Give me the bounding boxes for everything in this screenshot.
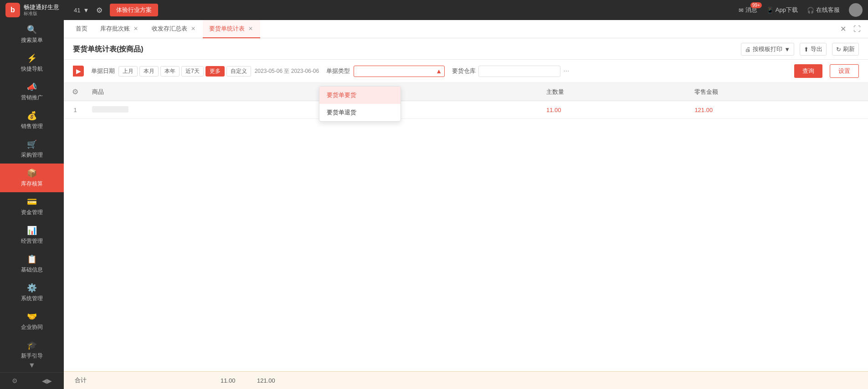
sidebar-item-enterprise[interactable]: 🤝企业协同: [0, 307, 64, 336]
tab-label-receivable: 收发存汇总表: [152, 25, 187, 33]
tab-close-batch[interactable]: ✕: [133, 25, 139, 33]
query-button[interactable]: 查询: [794, 64, 822, 78]
export-btn[interactable]: ⬆ 导出: [800, 43, 827, 56]
sidebar-item-label: 采购管理: [21, 151, 43, 159]
export-label: 导出: [811, 45, 822, 53]
chevron-down-icon: ▼: [83, 7, 89, 14]
app-download-item[interactable]: 📱 App下载: [766, 6, 798, 14]
refresh-btn[interactable]: ↻ 刷新: [832, 43, 859, 56]
warehouse-input[interactable]: [478, 66, 560, 77]
tab-close-requisition[interactable]: ✕: [247, 25, 254, 33]
page-title: 要货单统计表(按商品): [73, 45, 144, 54]
tab-requisition[interactable]: 要货单统计表 ✕: [203, 20, 260, 38]
tab-close-receivable[interactable]: ✕: [190, 25, 196, 33]
type-dropdown-arrow[interactable]: ▲: [436, 67, 442, 75]
sidebar-item-operation[interactable]: 📊经营管理: [0, 221, 64, 250]
sidebar-item-purchase[interactable]: 🛒采购管理: [0, 135, 64, 164]
phone-icon: 📱: [766, 7, 774, 14]
th-quantity: 主数量: [541, 83, 689, 101]
warehouse-more-icon[interactable]: ···: [563, 67, 569, 75]
page-actions: 🖨 按模板打印 ▼ ⬆ 导出 ↻ 刷新: [741, 43, 859, 56]
filter-bar: ▶ 单据日期 上月 本月 本年 近7天 更多 自定义 2023-05-06 至 …: [64, 60, 868, 83]
trial-button[interactable]: 体验行业方案: [110, 4, 158, 16]
footer-amount: 121.00: [252, 377, 288, 384]
gear-icon[interactable]: ⚙: [96, 6, 103, 15]
tab-home[interactable]: 首页: [69, 20, 94, 38]
message-item[interactable]: ✉ 消息 99+: [739, 6, 757, 14]
online-service-label: 在线客服: [816, 6, 840, 14]
message-icon: ✉: [739, 7, 744, 14]
date-filter-group: 单据日期 上月 本月 本年 近7天 更多 自定义 2023-05-06 至 20…: [91, 66, 319, 77]
sidebar-scroll-down[interactable]: ▼: [0, 358, 64, 372]
sidebar-item-label: 资金管理: [21, 209, 43, 216]
cell-product: [87, 101, 331, 119]
type-filter-group: 单据类型 ▲: [326, 66, 445, 77]
store-name: 41: [74, 7, 80, 14]
date-filter-label: 单据日期: [91, 67, 115, 75]
sidebar-item-basic[interactable]: 📋基础信息: [0, 250, 64, 278]
sidebar-item-guide[interactable]: 🎓新手引导: [0, 336, 64, 358]
search-icon: 🔍: [27, 25, 37, 35]
tab-batch[interactable]: 库存批次账 ✕: [94, 20, 145, 38]
sidebar-nav: 🔍搜索菜单⚡快捷导航📣营销推广💰销售管理🛒采购管理📦库存核算💳资金管理📊经营管理…: [0, 20, 64, 358]
user-avatar[interactable]: [849, 3, 863, 17]
inventory-icon: 📦: [27, 168, 37, 178]
basic-icon: 📋: [27, 254, 37, 264]
sidebar-item-search[interactable]: 🔍搜索菜单: [0, 20, 64, 49]
header-right: ✉ 消息 99+ 📱 App下载 🎧 在线客服: [739, 3, 863, 17]
th-settings[interactable]: ⚙: [64, 83, 87, 101]
tab-label-home: 首页: [76, 25, 87, 33]
cell-quantity: 11.00: [541, 101, 689, 119]
th-amount: 零售金额: [689, 83, 868, 101]
guide-icon: 🎓: [27, 340, 37, 350]
refresh-icon: ↻: [836, 46, 841, 53]
data-table: ⚙ 商品 主计量单位 主数量 零售金额 1 块 11.00: [64, 83, 868, 119]
sidebar-item-sales[interactable]: 💰销售管理: [0, 106, 64, 135]
print-btn[interactable]: 🖨 按模板打印 ▼: [741, 43, 794, 56]
expand-btn[interactable]: ⛶: [852, 23, 863, 35]
table-header: ⚙ 商品 主计量单位 主数量 零售金额: [64, 83, 868, 101]
sidebar-item-finance[interactable]: 💳资金管理: [0, 192, 64, 221]
logo-area: b 畅捷通好生意 标准版: [5, 3, 65, 17]
date-btn-more[interactable]: 更多: [205, 66, 225, 77]
marketing-icon: 📣: [27, 82, 37, 92]
sidebar-item-inventory[interactable]: 📦库存核算: [0, 164, 64, 192]
amount-link[interactable]: 121.00: [694, 107, 713, 113]
date-btn-last-7-days[interactable]: 近7天: [181, 66, 204, 77]
th-product: 商品: [87, 83, 331, 101]
app-name-main: 畅捷通好生意: [24, 4, 59, 11]
online-service-item[interactable]: 🎧 在线客服: [807, 6, 840, 14]
collapse-btn[interactable]: ◀▶: [42, 377, 52, 384]
export-icon: ⬆: [804, 46, 809, 53]
type-input[interactable]: [354, 66, 445, 77]
settings-button[interactable]: 设置: [830, 64, 859, 78]
dropdown-item-return[interactable]: 要货单退货: [319, 104, 401, 121]
table-wrap: ⚙ 商品 主计量单位 主数量 零售金额 1 块 11.00: [64, 83, 868, 371]
date-shortcuts: 上月 本月 本年 近7天 更多 自定义: [118, 66, 251, 77]
date-btn-this-year[interactable]: 本年: [160, 66, 180, 77]
footer-quantity: 11.00: [215, 377, 252, 384]
close-all-btn[interactable]: ✕: [838, 23, 848, 35]
date-range-text: 2023-05-06 至 2023-06-06: [255, 67, 319, 75]
top-header: b 畅捷通好生意 标准版 41 ▼ ⚙ 体验行业方案 ✉ 消息 99+ 📱 Ap…: [0, 0, 868, 20]
expand-toggle[interactable]: ▶: [73, 66, 84, 77]
quantity-link[interactable]: 11.00: [546, 107, 561, 113]
date-btn-this-month[interactable]: 本月: [139, 66, 159, 77]
store-selector[interactable]: 41 ▼: [74, 7, 89, 14]
cell-amount: 121.00: [689, 101, 868, 119]
app-download-label: App下载: [776, 6, 798, 14]
sidebar-item-marketing[interactable]: 📣营销推广: [0, 77, 64, 106]
tab-receivable[interactable]: 收发存汇总表 ✕: [145, 20, 203, 38]
dropdown-item-order[interactable]: 要货单要货: [319, 87, 401, 104]
sidebar-item-label: 销售管理: [21, 123, 43, 130]
chevron-down-icon: ▼: [784, 46, 790, 53]
sidebar-item-label: 营销推广: [21, 94, 43, 102]
sidebar-item-label: 快捷导航: [21, 65, 43, 73]
date-btn-custom[interactable]: 自定义: [226, 66, 251, 77]
date-btn-last-month[interactable]: 上月: [118, 66, 138, 77]
sidebar-item-shortcut[interactable]: ⚡快捷导航: [0, 49, 64, 77]
sidebar-item-system[interactable]: ⚙️系统管理: [0, 278, 64, 307]
sidebar-item-label: 库存核算: [21, 180, 43, 188]
tab-label-requisition: 要货单统计表: [209, 25, 245, 33]
settings-bottom-btn[interactable]: ⚙: [12, 377, 18, 384]
